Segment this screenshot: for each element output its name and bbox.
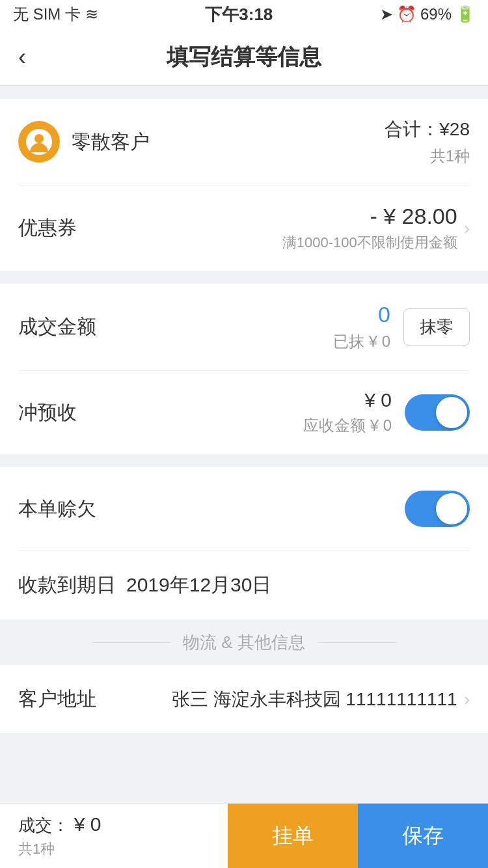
- prepay-amount-wrap: ¥ 0 应收金额 ¥ 0: [303, 389, 392, 436]
- section-divider-1: [0, 86, 488, 99]
- bottom-bar: 成交： ¥ 0 共1种 挂单 保存: [0, 803, 488, 868]
- prepay-receivable: 应收金额 ¥ 0: [303, 415, 392, 436]
- battery-icon: 🔋: [455, 5, 475, 23]
- due-date-row[interactable]: 收款到期日 2019年12月30日: [18, 551, 470, 619]
- address-label: 客户地址: [18, 686, 96, 712]
- toggle-knob: [436, 397, 467, 428]
- customer-avatar: [18, 121, 60, 163]
- save-button[interactable]: 保存: [358, 804, 488, 868]
- bottom-deal-label: 成交：: [18, 815, 69, 835]
- prepay-row: 冲预收 ¥ 0 应收金额 ¥ 0: [18, 371, 470, 454]
- debt-toggle-knob: [436, 493, 467, 524]
- bottom-info: 成交： ¥ 0 共1种: [0, 804, 228, 868]
- prepay-toggle[interactable]: [405, 394, 470, 431]
- transaction-row: 成交金额 0 已抹 ¥ 0 抹零: [18, 284, 470, 371]
- customer-total: 合计：¥28: [385, 117, 470, 142]
- coupon-content: - ¥ 28.00 满1000-100不限制使用金额: [282, 204, 457, 252]
- coupon-label: 优惠券: [18, 215, 77, 241]
- location-icon: ➤: [380, 5, 393, 23]
- address-chevron-icon: ›: [464, 689, 470, 710]
- coupon-desc: 满1000-100不限制使用金额: [282, 233, 457, 252]
- alarm-icon: ⏰: [397, 5, 416, 23]
- transaction-sub: 已抹 ¥ 0: [333, 331, 390, 352]
- address-section: 客户地址 张三 海淀永丰科技园 11111111111 ›: [0, 665, 488, 733]
- address-value: 张三 海淀永丰科技园 11111111111: [172, 687, 457, 712]
- avatar-icon: [26, 129, 52, 155]
- round-zero-button[interactable]: 抹零: [403, 308, 470, 346]
- logistics-label: 物流 & 其他信息: [183, 631, 305, 654]
- customer-section: 零散客户 合计：¥28 共1种 优惠券 - ¥ 28.00 满1000-100不…: [0, 99, 488, 271]
- debt-row: 本单赊欠: [18, 467, 470, 551]
- coupon-amount: - ¥ 28.00: [282, 204, 457, 229]
- battery-text: 69%: [420, 5, 452, 23]
- svg-point-0: [34, 134, 44, 143]
- prepay-right: ¥ 0 应收金额 ¥ 0: [303, 389, 470, 436]
- customer-name: 零散客户: [72, 129, 150, 156]
- coupon-right: - ¥ 28.00 满1000-100不限制使用金额 ›: [282, 204, 470, 252]
- status-bar: 无 SIM 卡 ≋ 下午3:18 ➤ ⏰ 69% 🔋: [0, 0, 488, 29]
- due-date-label: 收款到期日: [18, 572, 116, 599]
- back-button[interactable]: ‹: [18, 44, 26, 71]
- logistics-divider: 物流 & 其他信息: [0, 619, 488, 665]
- customer-row: 零散客户 合计：¥28 共1种: [18, 99, 470, 185]
- tx-value-wrap: 0 已抹 ¥ 0: [333, 302, 390, 352]
- section-divider-3: [0, 454, 488, 467]
- transaction-section: 成交金额 0 已抹 ¥ 0 抹零 冲预收 ¥ 0 应收金额 ¥ 0: [0, 284, 488, 454]
- section-divider-2: [0, 271, 488, 284]
- address-right: 张三 海淀永丰科技园 11111111111 ›: [172, 687, 470, 712]
- prepay-label: 冲预收: [18, 400, 77, 426]
- sim-status: 无 SIM 卡 ≋: [13, 4, 98, 25]
- debt-toggle[interactable]: [405, 491, 470, 527]
- nav-bar: ‹ 填写结算等信息: [0, 29, 488, 86]
- prepay-amount: ¥ 0: [303, 389, 392, 411]
- customer-count: 共1种: [385, 146, 470, 167]
- transaction-right: 0 已抹 ¥ 0 抹零: [333, 302, 470, 352]
- bottom-deal-row: 成交： ¥ 0: [18, 813, 210, 837]
- hold-button[interactable]: 挂单: [228, 804, 358, 868]
- transaction-value: 0: [333, 302, 390, 327]
- page-title: 填写结算等信息: [167, 42, 321, 72]
- bottom-amount: ¥ 0: [74, 813, 102, 835]
- due-date-value: 2019年12月30日: [126, 572, 271, 599]
- bottom-count: 共1种: [18, 839, 210, 859]
- prepay-left: 冲预收: [18, 400, 77, 426]
- debt-label: 本单赊欠: [18, 496, 96, 522]
- status-time: 下午3:18: [205, 3, 273, 26]
- status-left: 无 SIM 卡 ≋: [13, 4, 98, 25]
- status-right: ➤ ⏰ 69% 🔋: [380, 5, 475, 23]
- debt-section: 本单赊欠 收款到期日 2019年12月30日: [0, 467, 488, 619]
- address-row[interactable]: 客户地址 张三 海淀永丰科技园 11111111111 ›: [18, 665, 470, 733]
- transaction-label: 成交金额: [18, 314, 96, 340]
- coupon-row[interactable]: 优惠券 - ¥ 28.00 满1000-100不限制使用金额 ›: [18, 185, 470, 271]
- customer-left: 零散客户: [18, 121, 150, 163]
- chevron-right-icon: ›: [464, 218, 470, 239]
- customer-right: 合计：¥28 共1种: [385, 117, 470, 167]
